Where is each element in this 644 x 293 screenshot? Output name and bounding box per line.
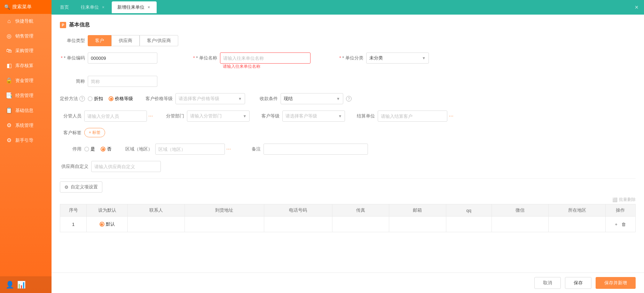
- region-input[interactable]: [155, 144, 225, 155]
- sidebar-item-operations[interactable]: 📑 经营管理: [0, 88, 52, 103]
- customer-level-select[interactable]: 请选择客户等级 ▼: [282, 111, 345, 122]
- sidebar-item-label: 资金管理: [15, 78, 33, 84]
- col-region: 所在地区: [549, 204, 605, 217]
- delete-row-btn[interactable]: 🗑: [621, 222, 626, 227]
- department-select[interactable]: 请输入分管部门 ▼: [187, 111, 250, 122]
- chevron-down-icon-4: ▼: [243, 114, 246, 118]
- window-close-button[interactable]: ×: [632, 4, 641, 11]
- tab-new-partner[interactable]: 新增往来单位 ×: [112, 1, 157, 13]
- sidebar-item-purchase[interactable]: 🛍 采购管理: [0, 43, 52, 58]
- save-button[interactable]: 保存: [565, 277, 591, 289]
- fax-input[interactable]: [347, 219, 375, 230]
- region-table-input[interactable]: [563, 219, 591, 230]
- type-btn-customer[interactable]: 客户: [88, 35, 111, 46]
- tab-new-partner-label: 新增往来单位: [117, 4, 144, 10]
- default-radio[interactable]: 默认: [90, 221, 124, 227]
- phone-input[interactable]: [281, 219, 315, 230]
- sidebar-item-quick-nav[interactable]: ⌂ 快捷导航: [0, 14, 52, 29]
- radio-label-yes: 是: [91, 146, 95, 152]
- add-tag-button[interactable]: + 标签: [84, 128, 105, 137]
- unit-code-input[interactable]: [88, 52, 157, 64]
- add-row-btn[interactable]: +: [615, 222, 618, 227]
- radio-price-level[interactable]: 价格等级: [109, 96, 133, 102]
- form-footer: 取消 保存 保存并新增: [52, 272, 644, 293]
- sidebar-bottom: 👤 📊: [0, 276, 52, 293]
- chevron-down-icon-3: ▼: [336, 97, 340, 101]
- sidebar-item-label: 基础信息: [15, 107, 33, 114]
- sidebar-item-label: 销售管理: [15, 33, 33, 39]
- radio-disabled-yes[interactable]: 是: [84, 146, 95, 152]
- sidebar-item-sales[interactable]: ◎ 销售管理: [0, 29, 52, 43]
- region-label: 区域（地区）: [125, 146, 155, 152]
- type-btn-supplier[interactable]: 供应商: [111, 35, 140, 46]
- cell-address: [184, 217, 264, 232]
- short-name-label: 简称: [60, 78, 88, 84]
- sidebar-item-system[interactable]: ⚙ 系统管理: [0, 118, 52, 133]
- customer-tag-row: 客户标签 + 标签: [60, 128, 636, 137]
- chevron-down-icon-5: ▼: [338, 114, 342, 118]
- guide-icon: ⚙: [6, 137, 13, 144]
- radio-disabled-no[interactable]: 否: [101, 146, 111, 152]
- search-icon: 🔍: [4, 4, 10, 10]
- payment-terms-help-icon[interactable]: ?: [346, 96, 352, 101]
- short-name-input[interactable]: [88, 76, 157, 87]
- sidebar-item-finance[interactable]: 🔒 资金管理: [0, 73, 52, 88]
- unit-name-input[interactable]: [220, 52, 311, 64]
- cell-action: + 🗑: [605, 217, 635, 232]
- customer-level-label: 客户等级: [258, 113, 282, 119]
- section-title: 基本信息: [69, 22, 90, 28]
- basic-info-icon: 📋: [6, 107, 13, 114]
- sidebar-item-label: 快捷导航: [15, 18, 33, 24]
- unit-category-select[interactable]: 未分类 ▼: [366, 52, 429, 64]
- manager-input[interactable]: [84, 111, 147, 122]
- radio-outer-no: [101, 147, 105, 152]
- type-btn-both[interactable]: 客户/供应商: [140, 35, 178, 46]
- email-input[interactable]: [403, 219, 431, 230]
- unit-category-label-text: * 单位分类: [342, 55, 363, 60]
- col-fax: 传真: [332, 204, 389, 217]
- contact-input[interactable]: [142, 219, 170, 230]
- help-icon[interactable]: ?: [79, 96, 85, 101]
- pricing-radio-group: 折扣 价格等级: [88, 96, 133, 102]
- cell-default: 默认: [87, 217, 128, 232]
- customer-tag-label: 客户标签: [60, 130, 84, 136]
- manager-more-btn[interactable]: ···: [147, 113, 154, 119]
- unit-type-row: 单位类型 客户 供应商 客户/供应商: [60, 35, 636, 46]
- remark-label: 备注: [246, 146, 264, 152]
- batch-delete-label[interactable]: 批量删除: [619, 197, 636, 203]
- qq-input[interactable]: [458, 219, 479, 230]
- payment-terms-select[interactable]: 现结 ▼: [281, 93, 343, 104]
- cell-fax: [332, 217, 389, 232]
- customer-price-select[interactable]: 请选择客户价格等级 ▼: [175, 93, 245, 104]
- custom-settings-button[interactable]: ⚙ 自定义项设置: [60, 181, 102, 193]
- remark-input[interactable]: [264, 144, 368, 155]
- divider: [60, 178, 636, 179]
- sidebar-item-guide[interactable]: ⚙ 新手引导: [0, 133, 52, 148]
- supplier-custom-input[interactable]: [91, 161, 161, 172]
- save-new-button[interactable]: 保存并新增: [596, 277, 636, 289]
- search-menu[interactable]: 🔍 搜索菜单: [0, 0, 52, 14]
- tab-partner-close[interactable]: ×: [101, 5, 105, 10]
- tab-new-partner-close[interactable]: ×: [147, 5, 151, 10]
- purchase-icon: 🛍: [6, 48, 13, 54]
- sidebar-item-inventory[interactable]: ◧ 库存核算: [0, 58, 52, 73]
- cancel-button[interactable]: 取消: [534, 277, 561, 289]
- wechat-input[interactable]: [506, 219, 534, 230]
- finance-icon: 🔒: [6, 77, 13, 84]
- sidebar-item-basic-info[interactable]: 📋 基础信息: [0, 103, 52, 118]
- customer-price-label: 客户价格等级: [144, 96, 175, 102]
- cell-index: 1: [60, 217, 87, 232]
- section-icon: P: [60, 22, 66, 28]
- radio-discount[interactable]: 折扣: [88, 96, 103, 102]
- pricing-row: 定价方法 ? 折扣 价格等级: [60, 93, 636, 104]
- address-input[interactable]: [203, 219, 245, 230]
- region-more-btn[interactable]: ···: [225, 146, 232, 152]
- settlement-input[interactable]: [378, 111, 447, 122]
- tab-home[interactable]: 首页: [54, 1, 74, 13]
- settlement-more-btn[interactable]: ···: [447, 113, 455, 119]
- sidebar-item-label: 采购管理: [15, 48, 33, 54]
- customer-price-placeholder: 请选择客户价格等级: [179, 96, 219, 102]
- tab-partner[interactable]: 往来单位 ×: [75, 1, 111, 13]
- col-action: 操作: [605, 204, 635, 217]
- payment-terms-label: 收款条件: [256, 96, 281, 102]
